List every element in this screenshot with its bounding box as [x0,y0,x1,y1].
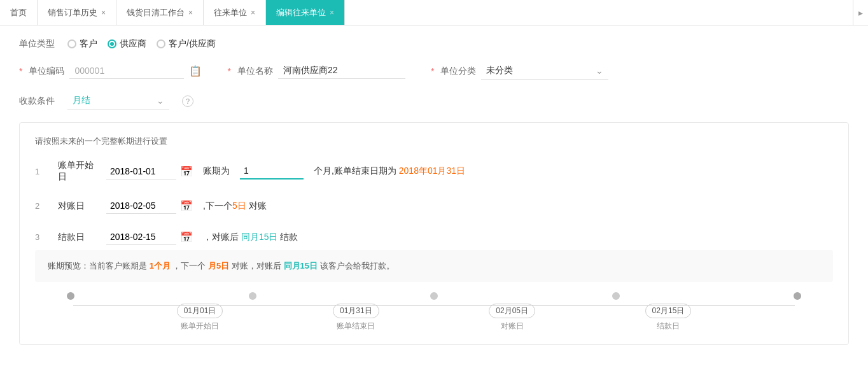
row-2-label: 对账日 [58,201,96,212]
tab-sales-order-close[interactable]: × [101,8,106,17]
settlement-row-2: 2 对账日 📅 ,下一个5日 对账 [35,198,833,214]
tab-cash-work[interactable]: 钱货日清工作台 × [116,0,204,25]
timeline-badge-3: 02月15日 [645,304,692,318]
payment-row: 收款条件 月结 ⌄ ? [19,92,849,109]
row-1-period-unit: 个月,账单结束日期为 2018年01月31日 [314,165,465,177]
timeline-label-0: 账单开始日 [181,321,219,332]
radio-supplier[interactable]: 供应商 [108,38,146,50]
category-select[interactable]: 未分类 ⌄ [481,62,608,80]
unit-type-radio-group: 客户 供应商 客户/供应商 [67,38,216,50]
tab-more-arrow[interactable]: ▸ [853,0,868,25]
timeline-badge-1: 01月31日 [333,304,379,318]
code-required: * [19,66,22,76]
main-content: 单位类型 客户 供应商 客户/供应商 * 单位编码 📋 * 单位名称 [0,25,868,387]
radio-customer[interactable]: 客户 [67,38,97,50]
timeline-outer: 01月01日 账单开始日 01月31日 账单结束日 02月05日 对账日 02月… [35,292,833,332]
radio-supplier-label: 供应商 [120,38,146,50]
timeline-badge-4-wrap: 02月15日 结款日 [645,304,692,332]
timeline-point-end [794,292,801,300]
code-label: 单位编码 [29,66,64,77]
timeline-dot-2 [430,292,438,300]
payment-help-icon[interactable]: ? [182,95,193,107]
payment-arrow-icon: ⌄ [157,95,164,106]
name-input[interactable] [278,63,405,79]
row-3-highlight: 同月15日 [241,232,278,242]
radio-customer-circle [67,39,76,48]
tab-partner-label: 往来单位 [214,7,247,18]
settlement-row-3: 3 结款日 📅 ，对账后 同月15日 结款 [35,229,833,245]
row-3-calendar-icon[interactable]: 📅 [180,231,193,243]
category-value: 未分类 [486,65,592,76]
tab-home[interactable]: 首页 [0,0,38,25]
tab-edit-partner-close[interactable]: × [330,8,334,17]
row-1-period-end: 2018年01月31日 [399,165,465,176]
row-1-label: 账单开始日 [58,160,96,183]
timeline-label-3: 结款日 [657,321,680,332]
row-3-date-wrap: 📅 [106,229,193,245]
category-required: * [431,66,434,76]
tab-partner[interactable]: 往来单位 × [204,0,266,25]
timeline-point-0 [67,292,74,300]
row-2-calendar-icon[interactable]: 📅 [180,200,193,212]
unit-type-label: 单位类型 [19,38,55,50]
tab-sales-order[interactable]: 销售订单历史 × [38,0,116,25]
row-1-num: 1 [35,167,48,176]
category-group: * 单位分类 未分类 ⌄ [431,62,608,80]
timeline-dot-1 [249,292,256,300]
row-1-date-wrap: 📅 [106,164,193,179]
preview-highlight1: 1个月 [150,261,171,271]
tab-edit-partner-label: 编辑往来单位 [276,7,326,18]
category-label: 单位分类 [440,66,476,77]
row-2-date-input[interactable] [106,198,176,214]
payment-label: 收款条件 [19,95,55,107]
tab-partner-close[interactable]: × [251,8,255,17]
timeline-point-1 [249,292,256,300]
settlement-row-1: 1 账单开始日 📅 账期为 个月,账单结束日期为 2018年01月31日 [35,160,833,183]
preview-highlight2: 月5日 [208,261,229,271]
row-3-num: 3 [35,232,48,242]
tabs-bar: 首页 销售订单历史 × 钱货日清工作台 × 往来单位 × 编辑往来单位 × ▸ [0,0,868,25]
row-3-label: 结款日 [58,232,96,243]
tab-cash-work-label: 钱货日清工作台 [127,7,185,18]
row-2-desc: ,下一个5日 对账 [203,201,267,212]
timeline-dot-end [794,292,801,300]
tab-home-label: 首页 [10,7,27,18]
payment-value: 月结 [73,95,153,106]
name-required: * [227,66,230,76]
timeline-badge-1-wrap: 01月01日 账单开始日 [177,304,223,332]
settlement-box: 请按照未来的一个完整帐期进行设置 1 账单开始日 📅 账期为 个月,账单结束日期… [19,122,849,345]
preview-middle2: 对账，对账后 [232,261,284,271]
timeline-dot-3 [612,292,620,300]
code-name-row: * 单位编码 📋 * 单位名称 * 单位分类 未分类 ⌄ [19,62,849,80]
radio-supplier-circle [108,39,116,48]
timeline-label-2: 对账日 [501,321,524,332]
timeline-badge-0: 01月01日 [177,304,223,318]
row-3-date-input[interactable] [106,229,176,245]
preview-prefix: 账期预览：当前客户账期是 [48,261,147,271]
row-1-period-input[interactable] [240,163,304,179]
code-copy-icon[interactable]: 📋 [189,65,202,77]
timeline-badge-2: 02月05日 [489,304,535,318]
row-2-num: 2 [35,201,48,211]
row-1-date-input[interactable] [106,164,176,179]
radio-both[interactable]: 客户/供应商 [157,38,216,50]
code-input[interactable] [69,63,184,79]
row-2-date-wrap: 📅 [106,198,193,214]
row-1-period-label: 账期为 [203,165,230,177]
code-group: * 单位编码 📋 [19,63,202,79]
row-1-calendar-icon[interactable]: 📅 [180,165,193,178]
radio-both-circle [157,39,165,48]
radio-customer-label: 客户 [80,38,97,50]
name-group: * 单位名称 [227,63,405,79]
timeline-point-2 [430,292,438,300]
timeline-dot-0 [67,292,74,300]
tab-edit-partner[interactable]: 编辑往来单位 × [266,0,345,25]
settlement-title: 请按照未来的一个完整帐期进行设置 [35,136,833,147]
payment-dropdown[interactable]: 月结 ⌄ [67,92,169,109]
timeline-badge-2-wrap: 01月31日 账单结束日 [333,304,379,332]
timeline-badge-3-wrap: 02月05日 对账日 [489,304,535,332]
tab-cash-work-close[interactable]: × [188,8,193,17]
category-arrow-icon: ⌄ [596,66,603,76]
row-3-desc: ，对账后 同月15日 结款 [203,232,298,243]
timeline-point-3 [612,292,620,300]
